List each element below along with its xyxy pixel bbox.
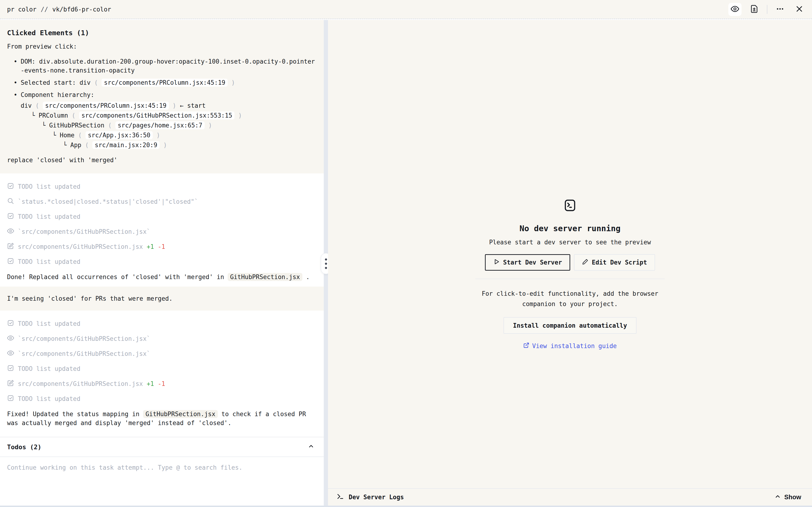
close-paren: ) — [232, 79, 235, 86]
tree-line: div ( src/components/PRColumn.jsx:45:19 … — [21, 101, 317, 111]
close-icon — [795, 5, 803, 14]
tree-branch: └ — [31, 112, 35, 119]
pencil-icon — [582, 259, 589, 266]
tree-line: └ GitHubPRSection ( src/pages/home.jsx:6… — [21, 120, 317, 130]
tool-event-row[interactable]: `src/components/GitHubPRSection.jsx` — [7, 224, 317, 239]
composer: DEFAULT Send — [0, 457, 324, 507]
tool-event-row[interactable]: TODO list updated — [7, 254, 317, 269]
dev-server-logs-label: Dev Server Logs — [349, 494, 404, 501]
tree-branch: └ — [52, 132, 56, 139]
todo-icon — [7, 364, 14, 373]
play-icon — [493, 259, 500, 266]
tool-event-row[interactable]: `status.*closed|closed.*status|'closed'|… — [7, 194, 317, 209]
tool-event-row[interactable]: TODO list updated — [7, 316, 317, 331]
lines-removed: -1 — [158, 243, 165, 250]
show-logs-toggle[interactable]: Show — [774, 493, 801, 501]
tool-event-row[interactable]: TODO list updated — [7, 361, 317, 376]
tool-events: TODO list updated `status.*closed|closed… — [0, 173, 324, 269]
tool-event-row[interactable]: `src/components/GitHubPRSection.jsx` — [7, 331, 317, 346]
task-name: pr color — [7, 6, 37, 13]
preview-toggle-button[interactable] — [728, 3, 742, 16]
todos-section-header[interactable]: Todos (2) — [0, 437, 324, 457]
dev-server-actions: Start Dev Server Edit Dev Script — [464, 254, 676, 271]
clicked-elements-heading: Clicked Elements (1) — [7, 29, 317, 37]
todo-icon — [7, 258, 14, 266]
file-chip: src/App.jsx:36:50 — [86, 131, 153, 139]
file-chip: src/pages/home.jsx:65:7 — [115, 121, 205, 129]
dev-server-logs-bar[interactable]: Dev Server Logs Show — [328, 488, 812, 506]
edit-icon — [7, 380, 14, 388]
tool-event-row[interactable]: src/components/GitHubPRSection.jsx +1 -1 — [7, 376, 317, 391]
edit-dev-script-button[interactable]: Edit Dev Script — [574, 254, 655, 271]
terminal-icon — [563, 206, 576, 213]
todo-icon — [7, 320, 14, 328]
hierarchy-tree: div ( src/components/PRColumn.jsx:45:19 … — [21, 101, 317, 150]
eye-icon — [7, 227, 14, 236]
todos-label: Todos (2) — [7, 443, 41, 451]
context-list: DOM: div.absolute.duration-200.group-hov… — [7, 57, 317, 150]
file-chip: src/main.jsx:20:9 — [92, 141, 159, 149]
tool-event-row[interactable]: src/components/GitHubPRSection.jsx +1 -1 — [7, 239, 317, 254]
title-bar: pr color // vk/bfd6-pr-color — [0, 0, 812, 19]
eye-icon — [731, 5, 739, 14]
file-chip: src/components/GitHubPRSection.jsx:553:1… — [79, 111, 235, 119]
tool-event-row[interactable]: TODO list updated — [7, 391, 317, 406]
view-installation-guide-link[interactable]: View installation guide — [464, 342, 676, 350]
lines-removed: -1 — [158, 380, 165, 387]
branch-name: vk/bfd6-pr-color — [52, 6, 111, 13]
start-dev-server-button[interactable]: Start Dev Server — [485, 254, 570, 271]
tree-line: └ App ( src/main.jsx:20:9 ) — [21, 140, 317, 150]
assistant-message: Done! Replaced all occurrences of 'close… — [0, 269, 324, 287]
search-icon — [7, 198, 14, 206]
task-title: pr color // vk/bfd6-pr-color — [7, 6, 111, 13]
close-button[interactable] — [793, 3, 806, 16]
eye-icon — [7, 349, 14, 358]
external-link-icon — [523, 342, 529, 350]
tool-event-row[interactable]: TODO list updated — [7, 179, 317, 194]
preview-panel: No dev server running Please start a dev… — [328, 20, 812, 507]
tool-events: TODO list updated `src/components/GitHub… — [0, 311, 324, 406]
tree-branch: └ — [42, 122, 46, 129]
selected-start-line: Selected start: div ( src/components/PRC… — [7, 78, 317, 87]
start-marker: ← start — [180, 102, 206, 109]
chevron-up-icon[interactable] — [308, 443, 314, 451]
tree-line: └ Home ( src/App.jsx:36:50 ) — [21, 130, 317, 140]
empty-state-subtitle: Please start a dev server to see the pre… — [464, 239, 676, 246]
eye-icon — [7, 334, 14, 343]
lines-added: +1 — [147, 380, 154, 387]
title-bar-actions — [728, 3, 806, 16]
lines-added: +1 — [147, 243, 154, 250]
file-diff-icon — [750, 5, 758, 14]
file-chip: GitHubPRSection.jsx — [143, 410, 217, 418]
user-message: I'm seeing 'closed' for PRs that were me… — [0, 287, 324, 311]
ellipsis-icon — [776, 5, 784, 14]
todo-icon — [7, 395, 14, 403]
tool-event-row[interactable]: `src/components/GitHubPRSection.jsx` — [7, 346, 317, 361]
context-subheading: From preview click: — [7, 43, 317, 50]
preview-empty-state: No dev server running Please start a dev… — [464, 199, 676, 350]
file-chip: src/components/PRColumn.jsx:45:19 — [43, 102, 169, 110]
toolbar-divider — [767, 5, 767, 14]
section-divider — [475, 279, 665, 279]
user-message-context: Clicked Elements (1) From preview click:… — [0, 20, 324, 173]
tool-event-row[interactable]: TODO list updated — [7, 209, 317, 224]
chevron-up-icon — [774, 493, 781, 501]
tree-branch: └ — [63, 142, 67, 149]
install-companion-button[interactable]: Install companion automatically — [504, 317, 636, 334]
user-prompt-text: replace 'closed' with 'merged' — [7, 157, 317, 164]
assistant-message: Fixed! Updated the status mapping in Git… — [0, 406, 324, 433]
dev-server-logs-label-group: Dev Server Logs — [337, 493, 404, 501]
edit-icon — [7, 242, 14, 251]
show-label: Show — [784, 494, 801, 501]
tree-line: └ PRColumn ( src/components/GitHubPRSect… — [21, 111, 317, 120]
open-paren: ( — [94, 79, 98, 86]
title-separator: // — [41, 6, 48, 13]
empty-state-title: No dev server running — [464, 224, 676, 233]
todo-icon — [7, 213, 14, 221]
todo-icon — [7, 182, 14, 191]
message-input[interactable] — [7, 464, 317, 495]
diff-view-button[interactable] — [748, 3, 761, 16]
terminal-prompt-icon — [337, 493, 344, 501]
more-options-button[interactable] — [773, 3, 786, 16]
chat-panel: Clicked Elements (1) From preview click:… — [0, 20, 324, 507]
